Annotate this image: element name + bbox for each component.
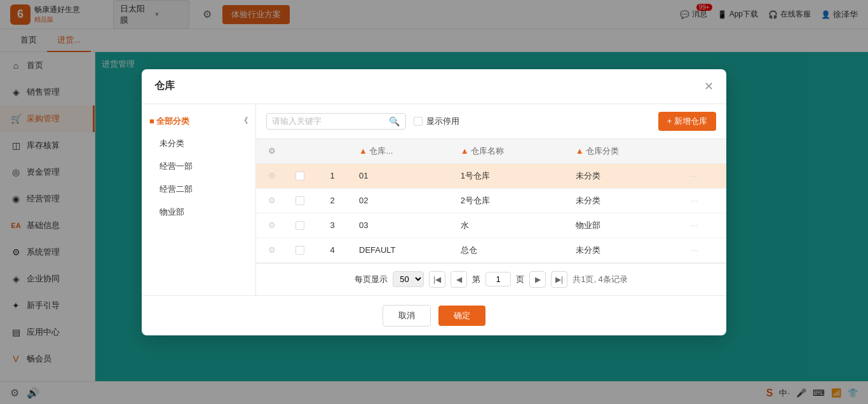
table-row[interactable]: ⚙ 1 01 1号仓库 未分类 ··· (256, 163, 726, 188)
row-more-icon[interactable]: ··· (691, 245, 698, 255)
category-item-property[interactable]: 物业部 (142, 201, 255, 224)
row-more-icon[interactable]: ··· (691, 171, 698, 180)
row-code-cell: DEFAULT (351, 238, 453, 262)
table-header-row: ⚙ ▲ 仓库... ▲ 仓库名称 ▲ 仓库分类 (256, 139, 726, 164)
row-actions-cell[interactable]: ··· (683, 188, 726, 213)
show-disabled-wrap: 显示停用 (414, 116, 459, 127)
row-actions-cell[interactable]: ··· (683, 238, 726, 262)
row-actions-cell[interactable]: ··· (683, 163, 726, 188)
row-checkbox[interactable] (295, 221, 304, 230)
row-checkbox[interactable] (295, 172, 304, 180)
category-item-dept2[interactable]: 经营二部 (142, 178, 255, 201)
add-warehouse-button[interactable]: + 新增仓库 (658, 112, 716, 131)
warehouse-table: ⚙ ▲ 仓库... ▲ 仓库名称 ▲ 仓库分类 ⚙ 1 01 1号仓库 未分类 … (256, 139, 726, 263)
row-more-icon[interactable]: ··· (691, 196, 698, 205)
category-header: ■ 全部分类 《 (142, 111, 255, 132)
row-checkbox[interactable] (295, 196, 304, 205)
page-label: 第 (472, 274, 480, 285)
row-settings-cell: ⚙ (256, 163, 288, 188)
dialog-close-button[interactable]: ✕ (704, 79, 714, 93)
row-name-cell: 水 (453, 213, 568, 238)
warehouse-dialog: 仓库 ✕ ■ 全部分类 《 未分类 经营一部 经营二部 物业部 (142, 69, 726, 335)
row-settings-cell: ⚙ (256, 238, 288, 262)
row-more-icon[interactable]: ··· (691, 220, 698, 230)
dialog-title: 仓库 (154, 79, 175, 93)
collapse-button[interactable]: 《 (240, 116, 248, 126)
pagination: 每页显示 50 |◀ ◀ 第 页 ▶ ▶| 共1页, 4条记录 (256, 263, 726, 295)
row-num-cell: 4 (313, 238, 351, 262)
per-page-select[interactable]: 50 (393, 271, 424, 287)
table-row[interactable]: ⚙ 2 02 2号仓库 未分类 ··· (256, 188, 726, 213)
row-check-cell[interactable] (288, 238, 313, 262)
dialog-body: ■ 全部分类 《 未分类 经营一部 经营二部 物业部 🔍 (142, 104, 726, 295)
row-settings-cell: ⚙ (256, 188, 288, 213)
first-page-button[interactable]: |◀ (429, 271, 445, 288)
row-code-cell: 01 (351, 163, 453, 188)
row-settings-cell: ⚙ (256, 213, 288, 238)
row-check-cell[interactable] (288, 188, 313, 213)
row-settings-icon: ⚙ (268, 245, 276, 255)
row-num-cell: 1 (313, 163, 351, 188)
category-header-label: ■ 全部分类 (149, 116, 189, 127)
search-input[interactable] (272, 116, 386, 126)
dialog-toolbar: 🔍 显示停用 + 新增仓库 (256, 104, 726, 139)
next-page-button[interactable]: ▶ (529, 271, 546, 288)
confirm-button[interactable]: 确定 (438, 306, 485, 326)
dialog-overlay: 仓库 ✕ ■ 全部分类 《 未分类 经营一部 经营二部 物业部 (0, 0, 868, 404)
col-name-header[interactable]: ▲ 仓库名称 (453, 139, 568, 164)
search-icon[interactable]: 🔍 (389, 116, 400, 126)
row-category-cell: 物业部 (568, 213, 683, 238)
dialog-category-sidebar: ■ 全部分类 《 未分类 经营一部 经营二部 物业部 (142, 104, 256, 295)
row-code-cell: 02 (351, 188, 453, 213)
row-num-cell: 3 (313, 213, 351, 238)
row-category-cell: 未分类 (568, 163, 683, 188)
category-item-dept1[interactable]: 经营一部 (142, 155, 255, 178)
gear-icon: ⚙ (268, 146, 276, 156)
show-disabled-checkbox[interactable] (414, 117, 423, 126)
row-check-cell[interactable] (288, 213, 313, 238)
prev-page-button[interactable]: ◀ (451, 271, 467, 288)
per-page-label: 每页显示 (355, 274, 388, 285)
last-page-button[interactable]: ▶| (551, 271, 567, 288)
row-settings-icon: ⚙ (268, 171, 276, 180)
show-disabled-label: 显示停用 (426, 116, 459, 127)
dialog-footer: 取消 确定 (142, 295, 726, 335)
row-category-cell: 未分类 (568, 188, 683, 213)
row-check-cell[interactable] (288, 163, 313, 188)
col-settings-header: ⚙ (256, 139, 288, 164)
table-row[interactable]: ⚙ 3 03 水 物业部 ··· (256, 213, 726, 238)
col-category-header[interactable]: ▲ 仓库分类 (568, 139, 683, 164)
row-actions-cell[interactable]: ··· (683, 213, 726, 238)
col-check-header (288, 139, 313, 164)
table-row[interactable]: ⚙ 4 DEFAULT 总仓 未分类 ··· (256, 238, 726, 262)
row-settings-icon: ⚙ (268, 220, 276, 230)
col-num-header (313, 139, 351, 164)
row-code-cell: 03 (351, 213, 453, 238)
row-name-cell: 2号仓库 (453, 188, 568, 213)
row-checkbox[interactable] (295, 246, 304, 255)
row-name-cell: 总仓 (453, 238, 568, 262)
row-settings-icon: ⚙ (268, 196, 276, 205)
row-name-cell: 1号仓库 (453, 163, 568, 188)
row-category-cell: 未分类 (568, 238, 683, 262)
cancel-button[interactable]: 取消 (383, 305, 431, 327)
search-input-wrap: 🔍 (266, 113, 406, 130)
dialog-header: 仓库 ✕ (142, 69, 726, 104)
col-actions-header (683, 139, 726, 164)
row-num-cell: 2 (313, 188, 351, 213)
col-code-header[interactable]: ▲ 仓库... (351, 139, 453, 164)
dialog-main-content: 🔍 显示停用 + 新增仓库 ⚙ ▲ 仓库... ▲ 仓库名称 ▲ 仓库分类 (256, 104, 726, 295)
page-input[interactable] (485, 272, 511, 286)
page-unit: 页 (516, 274, 524, 285)
total-info: 共1页, 4条记录 (573, 274, 628, 285)
category-item-unclassified[interactable]: 未分类 (142, 132, 255, 155)
